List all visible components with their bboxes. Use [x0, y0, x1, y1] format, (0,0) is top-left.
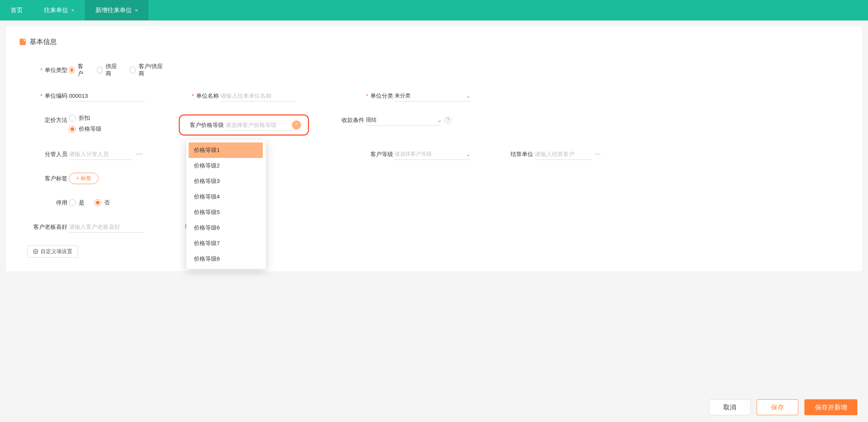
dropdown-item[interactable]: 价格等级1: [189, 142, 263, 158]
custom-settings-button[interactable]: 自定义项设置: [27, 245, 78, 258]
payment-terms-select[interactable]: 现结⌄: [366, 114, 442, 126]
dropdown-scroll[interactable]: 价格等级1 价格等级2 价格等级3 价格等级4 价格等级5 价格等级6 价格等级…: [189, 142, 264, 267]
label-customer-level: 客户等级: [353, 151, 395, 158]
unit-category-select[interactable]: 未分类⌄: [395, 90, 470, 102]
dropdown-item[interactable]: 价格等级8: [189, 251, 263, 267]
boss-hobby-input[interactable]: [69, 221, 145, 233]
label-settlement-unit: 结算单位: [504, 151, 535, 158]
label-disabled: 停用: [27, 199, 69, 206]
chevron-down-icon: ⌄: [465, 151, 471, 157]
add-tag-button[interactable]: + 标签: [69, 173, 98, 184]
row-staff-dept: 分管人员 ··· 分管部门 客户等级 请选择客户等级⌄ 结算单位 ···: [27, 148, 848, 160]
radio-group-unit-type: 客户 供应商 客户/供应商: [69, 63, 164, 77]
chevron-down-icon: ⌄: [436, 117, 443, 123]
tab-new-contact[interactable]: 新增往来单位×: [85, 0, 148, 20]
section-title-text: 基本信息: [30, 37, 57, 46]
label-staff: 分管人员: [27, 151, 69, 158]
tab-home[interactable]: 首页: [0, 0, 33, 20]
close-icon[interactable]: ×: [135, 7, 138, 13]
unit-code-input[interactable]: 000013: [69, 90, 145, 102]
label-customer-tag: 客户标签: [27, 175, 69, 182]
dropdown-item[interactable]: 价格等级5: [189, 205, 263, 220]
chevron-up-icon[interactable]: ⌃: [292, 120, 301, 130]
dropdown-item[interactable]: 价格等级3: [189, 173, 263, 189]
label-unit-code: *单位编码: [27, 92, 69, 100]
tab-home-label: 首页: [11, 6, 23, 14]
tab-contacts[interactable]: 往来单位×: [33, 0, 85, 20]
label-payment-terms: 收款条件: [324, 117, 366, 124]
staff-input[interactable]: [69, 148, 133, 160]
radio-supplier[interactable]: 供应商: [97, 63, 120, 77]
close-icon[interactable]: ×: [71, 7, 74, 13]
tab-contacts-label: 往来单位: [44, 6, 68, 14]
gear-icon: [33, 249, 38, 254]
radio-both[interactable]: 客户/供应商: [130, 63, 164, 77]
customer-level-select[interactable]: 请选择客户等级⌄: [395, 148, 470, 160]
chevron-down-icon: ⌄: [465, 93, 471, 99]
dropdown-item[interactable]: 价格等级6: [189, 220, 263, 236]
label-unit-name: *单位名称: [179, 92, 220, 100]
dropdown-item[interactable]: 价格等级4: [189, 189, 263, 205]
price-level-input[interactable]: [225, 122, 286, 128]
unit-name-input[interactable]: [220, 90, 296, 102]
row-hobby-phone: 客户老板喜好 客户联系电话: [27, 221, 848, 233]
row-custom-settings: 自定义项设置: [27, 245, 848, 258]
section-title: 基本信息: [20, 37, 848, 46]
custom-settings-label: 自定义项设置: [41, 248, 72, 255]
more-icon[interactable]: ···: [595, 151, 601, 157]
tab-new-contact-label: 新增往来单位: [95, 6, 132, 14]
radio-customer[interactable]: 客户: [69, 63, 87, 77]
price-level-dropdown: 价格等级1 价格等级2 价格等级3 价格等级4 价格等级5 价格等级6 价格等级…: [186, 140, 266, 269]
row-customer-tag: 客户标签 + 标签: [27, 173, 848, 184]
dropdown-item[interactable]: 价格等级2: [189, 158, 263, 173]
label-unit-type: *单位类型: [27, 67, 69, 74]
form: *单位类型 客户 供应商 客户/供应商 *单位编码 000013 *单位名称 *…: [20, 63, 848, 258]
label-boss-hobby: 客户老板喜好: [27, 224, 69, 231]
row-pricing: 定价方法 折扣 价格等级 客户价格等级 ⌃ 收款条件 现结⌄ ?: [27, 114, 848, 136]
radio-yes[interactable]: 是: [69, 199, 84, 206]
settlement-unit-input[interactable]: [535, 148, 592, 160]
svg-point-0: [35, 251, 36, 252]
more-icon[interactable]: ···: [136, 151, 143, 157]
label-unit-category: *单位分类: [353, 92, 395, 100]
radio-group-pricing: 折扣 价格等级: [69, 114, 101, 133]
help-icon[interactable]: ?: [445, 117, 451, 123]
row-code-name-category: *单位编码 000013 *单位名称 *单位分类 未分类⌄: [27, 90, 848, 102]
radio-price-level[interactable]: 价格等级: [69, 125, 101, 133]
radio-discount[interactable]: 折扣: [69, 114, 90, 122]
label-pricing-method: 定价方法: [27, 114, 69, 124]
radio-no[interactable]: 否: [94, 199, 110, 206]
section-icon: [20, 39, 26, 45]
tabs-bar: 首页 往来单位× 新增往来单位×: [0, 0, 868, 20]
dropdown-item[interactable]: 价格等级7: [189, 236, 263, 251]
label-price-level: 客户价格等级: [184, 122, 225, 129]
radio-group-disabled: 是 否: [69, 199, 110, 206]
row-disabled-remark: 停用 是 否 备注: [27, 197, 848, 208]
row-unit-type: *单位类型 客户 供应商 客户/供应商: [27, 63, 848, 77]
customer-price-level-field: 客户价格等级 ⌃: [179, 114, 309, 136]
form-panel: 基本信息 *单位类型 客户 供应商 客户/供应商 *单位编码 000013 *单…: [6, 27, 862, 271]
